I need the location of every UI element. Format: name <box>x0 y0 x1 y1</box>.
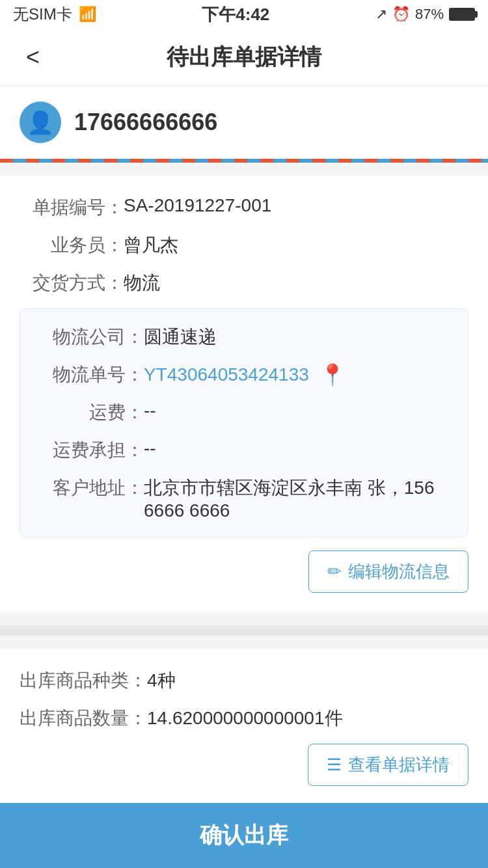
view-detail-icon: ☰ <box>327 755 342 775</box>
location-pin-icon[interactable]: 📍 <box>319 362 346 387</box>
edit-logistics-label: 编辑物流信息 <box>348 560 450 583</box>
document-number-label: 单据编号： <box>20 195 124 220</box>
tracking-number-row: 物流单号： YT43064053424133 📍 <box>40 362 448 387</box>
footer-confirm-button[interactable]: 确认出库 <box>0 803 488 868</box>
product-quantity-value: 14.620000000000001件 <box>147 706 468 731</box>
battery-percent: 87% <box>415 6 444 23</box>
status-right: ↗ ⏰ 87% <box>375 6 475 23</box>
tracking-row: YT43064053424133 📍 <box>144 362 346 387</box>
content-area: 👤 17666666666 单据编号： SA-20191227-001 业务员：… <box>0 86 488 868</box>
back-button[interactable]: < <box>20 37 46 77</box>
product-quantity-row: 出库商品数量： 14.620000000000001件 <box>20 706 468 731</box>
edit-logistics-button[interactable]: ✏ 编辑物流信息 <box>308 550 468 593</box>
location-indicator-icon: ↗ <box>375 6 387 23</box>
battery-icon <box>449 8 475 21</box>
address-row: 客户地址： 北京市市辖区海淀区永丰南 张，156 6666 6666 <box>40 476 448 521</box>
sales-person-value: 曾凡杰 <box>124 233 468 258</box>
stock-out-section: 出库商品种类： 4种 出库商品数量： 14.620000000000001件 ☰… <box>0 649 488 806</box>
edit-icon: ✏ <box>327 562 342 582</box>
status-time: 下午4:42 <box>202 3 269 26</box>
view-detail-label: 查看单据详情 <box>348 753 450 776</box>
basic-info-section: 单据编号： SA-20191227-001 业务员： 曾凡杰 交货方式： 物流 … <box>0 176 488 612</box>
delivery-method-label: 交货方式： <box>20 271 124 295</box>
freight-bearer-label: 运费承担： <box>40 438 144 463</box>
delivery-method-row: 交货方式： 物流 <box>20 271 468 295</box>
tracking-number-label: 物流单号： <box>40 362 144 387</box>
product-type-value: 4种 <box>147 668 468 693</box>
logistics-company-value: 圆通速递 <box>144 325 448 349</box>
document-number-value: SA-20191227-001 <box>124 195 468 216</box>
wifi-icon: 📶 <box>79 6 96 23</box>
view-detail-button[interactable]: ☰ 查看单据详情 <box>308 744 468 786</box>
sales-person-row: 业务员： 曾凡杰 <box>20 233 468 258</box>
logistics-info-box: 物流公司： 圆通速递 物流单号： YT43064053424133 📍 运费： … <box>20 308 468 537</box>
avatar: 👤 <box>20 102 61 143</box>
logistics-company-row: 物流公司： 圆通速递 <box>40 325 448 349</box>
section-divider <box>0 625 488 636</box>
status-bar: 无SIM卡 📶 下午4:42 ↗ ⏰ 87% <box>0 0 488 29</box>
freight-label: 运费： <box>40 400 144 425</box>
freight-bearer-value: -- <box>144 438 448 459</box>
freight-value: -- <box>144 400 448 421</box>
sales-person-label: 业务员： <box>20 233 124 258</box>
alarm-icon: ⏰ <box>392 6 410 23</box>
nav-bar: < 待出库单据详情 <box>0 29 488 86</box>
confirm-out-label: 确认出库 <box>200 821 288 850</box>
tracking-number-value: YT43064053424133 <box>144 364 309 385</box>
page-title: 待出库单据详情 <box>167 42 321 72</box>
customer-phone: 17666666666 <box>74 109 217 136</box>
freight-row: 运费： -- <box>40 400 448 425</box>
freight-bearer-row: 运费承担： -- <box>40 438 448 463</box>
logistics-company-label: 物流公司： <box>40 325 144 349</box>
product-type-label: 出库商品种类： <box>20 668 147 693</box>
avatar-icon: 👤 <box>27 109 54 135</box>
product-type-row: 出库商品种类： 4种 <box>20 668 468 693</box>
address-value: 北京市市辖区海淀区永丰南 张，156 6666 6666 <box>144 476 448 521</box>
address-label: 客户地址： <box>40 476 144 500</box>
customer-header: 👤 17666666666 <box>0 86 488 159</box>
status-left: 无SIM卡 📶 <box>13 4 96 25</box>
edit-btn-row: ✏ 编辑物流信息 <box>20 550 468 593</box>
document-number-row: 单据编号： SA-20191227-001 <box>20 195 468 220</box>
carrier-text: 无SIM卡 <box>13 4 72 25</box>
view-detail-btn-row: ☰ 查看单据详情 <box>20 744 468 786</box>
dashed-divider <box>0 159 488 163</box>
delivery-method-value: 物流 <box>124 271 468 295</box>
product-quantity-label: 出库商品数量： <box>20 706 147 731</box>
